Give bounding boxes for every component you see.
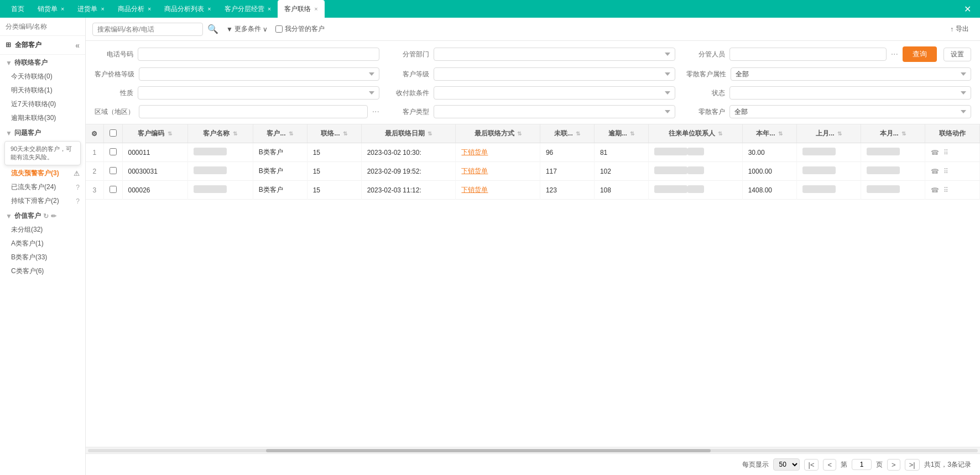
phone-input[interactable]: [138, 48, 379, 61]
filter-customer-type-row: 客户类型: [390, 105, 675, 118]
tab-close-product-analysis[interactable]: ×: [148, 6, 151, 12]
sort-type-icon[interactable]: ⇅: [289, 131, 293, 137]
search-input[interactable]: [92, 23, 203, 36]
sidebar-item-b-class[interactable]: B类客户(33): [0, 250, 85, 264]
price-level-select[interactable]: [139, 67, 379, 81]
per-page-select[interactable]: 50: [773, 458, 800, 471]
sort-contact-icon[interactable]: ⇅: [343, 131, 347, 137]
collapse-icon[interactable]: «: [75, 41, 80, 50]
sidebar-item-ungrouped[interactable]: 未分组(32): [0, 223, 85, 237]
sidebar-item-overdue[interactable]: 逾期未联络(30): [0, 111, 85, 125]
horizontal-scrollbar[interactable]: [86, 447, 980, 453]
customer-type-select[interactable]: [434, 105, 675, 118]
action-phone-icon[interactable]: ☎: [931, 168, 939, 175]
dept-select[interactable]: [434, 48, 675, 61]
sidebar-item-today[interactable]: 今天待联络(0): [0, 70, 85, 83]
action-phone-icon[interactable]: ☎: [931, 186, 939, 194]
tab-customer-liaison[interactable]: 客户联络 ×: [278, 0, 324, 18]
tab-product-analysis[interactable]: 商品分析 ×: [111, 0, 158, 18]
tab-product-analysis-list[interactable]: 商品分析列表 ×: [158, 0, 217, 18]
sort-not-contact-icon[interactable]: ⇅: [576, 131, 580, 137]
status-select[interactable]: [729, 86, 971, 100]
sidebar-section-pending[interactable]: ▼ 待联络客户: [0, 55, 85, 70]
last-method-link[interactable]: 下销货单: [461, 148, 488, 156]
page-first-button[interactable]: |<: [804, 459, 819, 471]
last-method-link[interactable]: 下销货单: [461, 186, 488, 194]
zero-sale-select[interactable]: 全部: [729, 105, 971, 118]
select-all-checkbox[interactable]: [110, 129, 117, 137]
more-conditions-button[interactable]: ▼ 更多条件 ∨: [223, 22, 271, 36]
last-method-link[interactable]: 下销货单: [461, 167, 488, 175]
sidebar-item-at-risk[interactable]: 流失预警客户(3) ⚠: [0, 166, 85, 180]
data-table-area: ⚙ 客户编码 ⇅ 客户名称 ⇅ 客户... ⇅ 联络... ⇅ 最后联络日期 ⇅…: [86, 124, 980, 447]
row-checkbox[interactable]: [110, 186, 117, 193]
sort-month-icon[interactable]: ⇅: [901, 131, 906, 137]
payment-select[interactable]: [434, 86, 675, 100]
edit-icon[interactable]: ✏: [51, 212, 56, 220]
info-icon[interactable]: ?: [76, 184, 80, 191]
th-settings[interactable]: ⚙: [86, 124, 103, 143]
nature-select[interactable]: [138, 86, 379, 100]
settings-button[interactable]: 设置: [943, 48, 971, 61]
sidebar-item-declining[interactable]: 持续下滑客户(2) ?: [0, 194, 85, 208]
query-button[interactable]: 查询: [903, 46, 937, 62]
refresh-icon[interactable]: ↻: [43, 212, 49, 220]
my-customers-checkbox[interactable]: [275, 25, 283, 33]
filter-manager-row: 分管人员 ··· 查询 设置: [686, 46, 971, 62]
th-overdue: 逾期... ⇅: [594, 124, 648, 143]
sidebar-section-problem[interactable]: ▼ 问题客户: [0, 125, 85, 140]
tab-close-product-analysis-list[interactable]: ×: [207, 6, 211, 12]
action-more-icon[interactable]: ⠿: [943, 149, 948, 156]
sort-code-icon[interactable]: ⇅: [168, 131, 172, 137]
sidebar-item-lost[interactable]: 已流失客户(24) ?: [0, 180, 85, 194]
sidebar-section-value[interactable]: ▼ 价值客户 ↻ ✏: [0, 208, 85, 223]
sidebar-item-c-class[interactable]: C类客户(6): [0, 264, 85, 278]
sidebar-item-7days[interactable]: 近7天待联络(0): [0, 97, 85, 111]
tab-close-purchase-order[interactable]: ×: [101, 6, 104, 12]
export-button[interactable]: ↑ 导出: [946, 22, 973, 36]
sort-name-icon[interactable]: ⇅: [233, 131, 237, 137]
page-prev-button[interactable]: <: [823, 459, 836, 471]
sidebar-item-tomorrow[interactable]: 明天待联络(1): [0, 83, 85, 97]
region-dots-icon[interactable]: ···: [372, 107, 379, 117]
page-number-input[interactable]: [852, 459, 872, 470]
row-checkbox[interactable]: [110, 148, 117, 155]
tab-sales-order[interactable]: 销货单 ×: [31, 0, 71, 18]
row-checkbox-cell[interactable]: [103, 143, 122, 162]
manager-dots-icon[interactable]: ···: [891, 49, 898, 59]
tab-close-customer-layering[interactable]: ×: [268, 6, 271, 12]
sort-method-icon[interactable]: ⇅: [517, 131, 522, 137]
action-more-icon[interactable]: ⠿: [943, 186, 948, 194]
sort-person-icon[interactable]: ⇅: [718, 131, 722, 137]
tab-close-sales-order[interactable]: ×: [61, 6, 64, 12]
sort-overdue-icon[interactable]: ⇅: [630, 131, 634, 137]
row-checkbox[interactable]: [110, 167, 117, 174]
th-code: 客户编码 ⇅: [122, 124, 187, 143]
sidebar-item-a-class[interactable]: A类客户(1): [0, 237, 85, 250]
manager-input[interactable]: [729, 48, 887, 61]
sidebar-search-input[interactable]: [6, 23, 86, 30]
row-checkbox-cell[interactable]: [103, 162, 122, 181]
page-last-button[interactable]: >|: [905, 459, 920, 471]
action-phone-icon[interactable]: ☎: [931, 149, 939, 156]
tab-home[interactable]: 首页: [4, 0, 31, 18]
th-checkbox[interactable]: [103, 124, 122, 143]
window-close-button[interactable]: ✕: [960, 4, 976, 14]
my-customers-checkbox-label[interactable]: 我分管的客户: [275, 24, 325, 34]
action-more-icon[interactable]: ⠿: [943, 168, 948, 175]
tab-customer-layering[interactable]: 客户分层经营 ×: [218, 0, 278, 18]
page-next-button[interactable]: >: [887, 459, 900, 471]
sort-year-icon[interactable]: ⇅: [778, 131, 783, 137]
search-button[interactable]: 🔍: [207, 24, 218, 34]
zero-sale-attr-select[interactable]: 全部: [731, 67, 971, 81]
tab-close-customer-liaison[interactable]: ×: [314, 6, 317, 12]
customer-level-select[interactable]: [434, 67, 675, 81]
tab-purchase-order[interactable]: 进货单 ×: [71, 0, 111, 18]
region-input[interactable]: [139, 105, 368, 118]
row-checkbox-cell[interactable]: [103, 181, 122, 200]
scrollbar-thumb[interactable]: [266, 449, 711, 452]
sort-lmonth-icon[interactable]: ⇅: [837, 131, 842, 137]
sidebar-all-customers[interactable]: ⊞ 全部客户 «: [0, 36, 85, 55]
info-icon-2[interactable]: ?: [76, 197, 80, 205]
sort-date-icon[interactable]: ⇅: [428, 131, 432, 137]
